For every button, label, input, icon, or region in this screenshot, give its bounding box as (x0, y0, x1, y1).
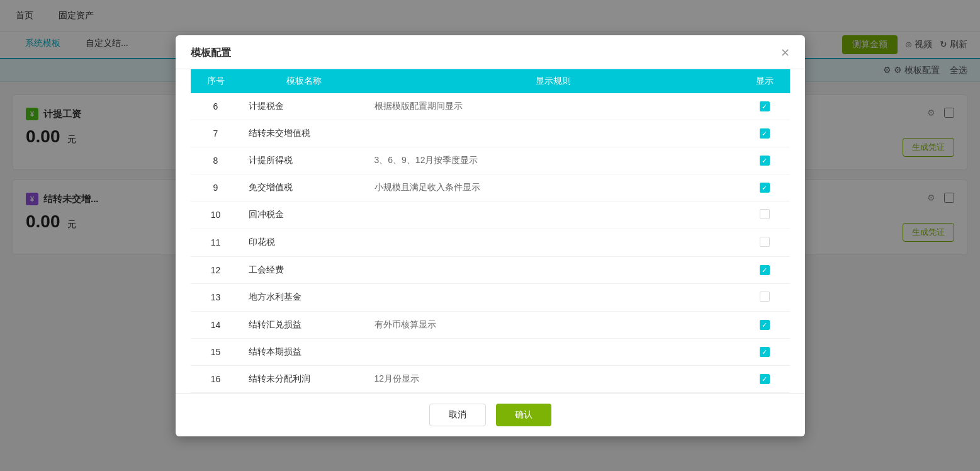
cell-seq: 11 (191, 229, 241, 256)
cell-checkbox[interactable] (740, 174, 790, 201)
table-row: 7结转未交增值税 (191, 120, 790, 147)
cell-checkbox[interactable] (740, 256, 790, 283)
cell-rule (367, 201, 740, 229)
cell-seq: 9 (191, 174, 241, 201)
table-row: 6计提税金根据模版配置期间显示 (191, 93, 790, 120)
table-row: 9免交增值税小规模且满足收入条件显示 (191, 174, 790, 201)
cell-checkbox[interactable] (740, 120, 790, 147)
cell-name: 结转本期损益 (241, 338, 367, 365)
table-row: 13地方水利基金 (191, 283, 790, 311)
row-checkbox-16[interactable] (760, 374, 770, 384)
cell-checkbox[interactable] (740, 201, 790, 229)
table-row: 15结转本期损益 (191, 338, 790, 365)
cell-rule: 12月份显示 (367, 365, 740, 392)
col-name: 模板名称 (241, 69, 367, 93)
row-checkbox-10[interactable] (760, 209, 770, 219)
cell-rule (367, 120, 740, 147)
cell-checkbox[interactable] (740, 365, 790, 392)
cell-rule (367, 338, 740, 365)
table-row: 11印花税 (191, 229, 790, 256)
cell-seq: 12 (191, 256, 241, 283)
cell-name: 计提税金 (241, 93, 367, 120)
table-row: 14结转汇兑损益有外币核算显示 (191, 311, 790, 338)
modal-header: 模板配置 ✕ (176, 35, 805, 69)
col-display: 显示 (740, 69, 790, 93)
cell-seq: 13 (191, 283, 241, 311)
cell-name: 结转未交增值税 (241, 120, 367, 147)
modal-close-button[interactable]: ✕ (780, 47, 790, 59)
cell-checkbox[interactable] (740, 283, 790, 311)
cell-rule (367, 229, 740, 256)
cell-seq: 6 (191, 93, 241, 120)
table-row: 12工会经费 (191, 256, 790, 283)
row-checkbox-11[interactable] (760, 237, 770, 247)
row-checkbox-8[interactable] (760, 156, 770, 166)
table-row: 10回冲税金 (191, 201, 790, 229)
cell-name: 结转未分配利润 (241, 365, 367, 392)
cell-name: 地方水利基金 (241, 283, 367, 311)
cell-name: 结转汇兑损益 (241, 311, 367, 338)
cell-checkbox[interactable] (740, 229, 790, 256)
cell-seq: 16 (191, 365, 241, 392)
cell-rule: 有外币核算显示 (367, 311, 740, 338)
col-rule: 显示规则 (367, 69, 740, 93)
cell-rule (367, 283, 740, 311)
row-checkbox-15[interactable] (760, 347, 770, 357)
modal-body: 序号 模板名称 显示规则 显示 6计提税金根据模版配置期间显示7结转未交增值税8… (176, 69, 805, 393)
cell-seq: 7 (191, 120, 241, 147)
cell-seq: 10 (191, 201, 241, 229)
row-checkbox-6[interactable] (760, 101, 770, 111)
cancel-button[interactable]: 取消 (429, 404, 486, 426)
col-seq: 序号 (191, 69, 241, 93)
cell-checkbox[interactable] (740, 338, 790, 365)
cell-name: 回冲税金 (241, 201, 367, 229)
table-row: 8计提所得税3、6、9、12月按季度显示 (191, 147, 790, 174)
template-config-modal: 模板配置 ✕ 序号 模板名称 显示规则 显示 6计提税金根据模版配置期间显示7结… (176, 35, 805, 436)
cell-name: 计提所得税 (241, 147, 367, 174)
table-row: 16结转未分配利润12月份显示 (191, 365, 790, 392)
row-checkbox-12[interactable] (760, 265, 770, 275)
cell-checkbox[interactable] (740, 93, 790, 120)
cell-rule: 根据模版配置期间显示 (367, 93, 740, 120)
cell-seq: 14 (191, 311, 241, 338)
modal-title: 模板配置 (191, 47, 231, 60)
cell-seq: 15 (191, 338, 241, 365)
cell-rule (367, 256, 740, 283)
config-table: 序号 模板名称 显示规则 显示 6计提税金根据模版配置期间显示7结转未交增值税8… (191, 69, 790, 393)
cell-name: 免交增值税 (241, 174, 367, 201)
cell-name: 工会经费 (241, 256, 367, 283)
row-checkbox-14[interactable] (760, 320, 770, 330)
row-checkbox-13[interactable] (760, 292, 770, 302)
cell-checkbox[interactable] (740, 147, 790, 174)
confirm-button[interactable]: 确认 (496, 404, 551, 426)
row-checkbox-9[interactable] (760, 183, 770, 193)
cell-checkbox[interactable] (740, 311, 790, 338)
cell-rule: 小规模且满足收入条件显示 (367, 174, 740, 201)
cell-name: 印花税 (241, 229, 367, 256)
row-checkbox-7[interactable] (760, 128, 770, 139)
cell-rule: 3、6、9、12月按季度显示 (367, 147, 740, 174)
modal-overlay: 模板配置 ✕ 序号 模板名称 显示规则 显示 6计提税金根据模版配置期间显示7结… (0, 0, 980, 471)
modal-footer: 取消 确认 (176, 393, 805, 436)
cell-seq: 8 (191, 147, 241, 174)
